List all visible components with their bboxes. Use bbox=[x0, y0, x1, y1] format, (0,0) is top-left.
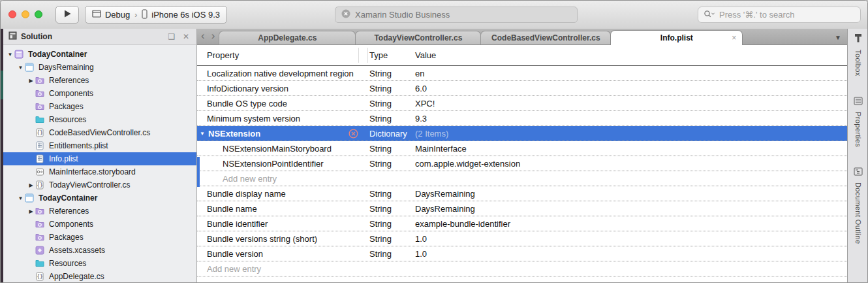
tab-appdelegate-cs[interactable]: AppDelegate.cs bbox=[219, 31, 356, 44]
plist-row-bundle-name[interactable]: Bundle nameStringDaysRemaining bbox=[197, 201, 847, 216]
plist-row-bundle-os-type-code[interactable]: Bundle OS type codeStringXPC! bbox=[197, 96, 847, 111]
value-cell: com.apple.widget-extension bbox=[415, 159, 520, 169]
tree-item-label: TodayViewController.cs bbox=[49, 180, 131, 190]
close-window-button[interactable] bbox=[8, 10, 16, 18]
expand-arrow-icon[interactable]: ▶ bbox=[27, 78, 35, 84]
window-icon bbox=[92, 10, 101, 20]
plist-add-new-entry-row[interactable]: Add new entry bbox=[197, 261, 847, 276]
tree-item-components[interactable]: Components bbox=[3, 87, 196, 100]
plist-row-bundle-versions-string-short[interactable]: Bundle versions string (short)String1.0 bbox=[197, 231, 847, 246]
minimize-window-button[interactable] bbox=[22, 10, 29, 18]
collapse-arrow-icon[interactable]: ▼ bbox=[16, 65, 25, 71]
solution-pad-title: Solution bbox=[21, 32, 52, 41]
property-cell[interactable]: Add new entry bbox=[197, 264, 261, 274]
tab-label: Info.plist bbox=[660, 33, 693, 42]
tree-item-packages[interactable]: Packages bbox=[3, 231, 196, 244]
tree-item-references[interactable]: ▶References bbox=[3, 205, 196, 218]
collapse-arrow-icon[interactable]: ▼ bbox=[16, 195, 25, 201]
tree-item-label: TodayContainer bbox=[39, 193, 97, 203]
tree-item-appdelegate-cs[interactable]: {}AppDelegate.cs bbox=[3, 270, 196, 283]
delete-entry-icon[interactable] bbox=[349, 129, 358, 139]
tree-item-components[interactable]: Components bbox=[3, 218, 196, 231]
property-cell: Bundle display name bbox=[197, 189, 286, 199]
plist-row-nsextension[interactable]: ▼NSExtensionDictionary(2 Items) bbox=[197, 126, 847, 141]
tree-item-todaycontainer[interactable]: ▼TodayContainer bbox=[3, 48, 196, 61]
tab-info-plist[interactable]: Info.plist× bbox=[610, 30, 743, 45]
next-tab-icon[interactable]: › bbox=[211, 30, 215, 41]
folder-teal-icon bbox=[35, 259, 46, 268]
run-configuration-selector[interactable]: Debug › iPhone 6s iOS 9.3 bbox=[85, 6, 227, 24]
property-cell: NSExtensionMainStoryboard bbox=[197, 144, 332, 154]
plist-row-nsextensionmainstoryboard[interactable]: NSExtensionMainStoryboardStringMainInter… bbox=[197, 141, 847, 156]
previous-tab-icon[interactable]: ‹ bbox=[201, 30, 205, 41]
type-cell: String bbox=[369, 144, 392, 154]
type-cell: String bbox=[369, 234, 392, 244]
value-cell: 6.0 bbox=[415, 84, 427, 93]
collapse-arrow-icon[interactable]: ▼ bbox=[6, 52, 14, 58]
solution-pad: Solution ❑ ✕ ▼TodayContainer▼DaysRemaini… bbox=[3, 29, 196, 283]
tree-item-daysremaining[interactable]: ▼DaysRemaining bbox=[3, 61, 196, 74]
tree-item-info-plist[interactable]: Info.plist bbox=[3, 152, 196, 165]
value-cell: MainInterface bbox=[415, 144, 467, 154]
svg-text:{}: {} bbox=[37, 274, 43, 280]
tree-item-label: CodeBasedViewController.cs bbox=[49, 128, 150, 137]
dock-tab-document-outline[interactable]: Document Outline bbox=[854, 167, 863, 244]
dock-tab-toolbox[interactable]: Toolbox bbox=[854, 33, 863, 76]
status-text: Xamarin Studio Business bbox=[355, 10, 450, 20]
dock-tab-properties[interactable]: Properties bbox=[854, 96, 863, 147]
property-cell[interactable]: Add new entry bbox=[197, 174, 277, 184]
plist-row-minimum-system-version[interactable]: Minimum system versionString9.3 bbox=[197, 111, 847, 126]
tree-item-todaycontainer[interactable]: ▼TodayContainer bbox=[3, 191, 196, 205]
tab-label: AppDelegate.cs bbox=[258, 33, 317, 42]
tree-item-todayviewcontroller-cs[interactable]: ▶{}TodayViewController.cs bbox=[3, 178, 196, 191]
editor-tabstrip: ‹ › AppDelegate.csTodayViewController.cs… bbox=[197, 29, 847, 45]
zoom-window-button[interactable] bbox=[35, 10, 42, 18]
run-config-label[interactable]: Debug bbox=[105, 10, 130, 20]
tree-item-references[interactable]: ▶References bbox=[3, 74, 196, 87]
plist-add-new-entry-row[interactable]: Add new entry bbox=[197, 171, 847, 186]
cs-file-icon: {} bbox=[35, 128, 46, 137]
search-input[interactable]: Press '⌘.' to search bbox=[698, 7, 861, 23]
xcassets-icon bbox=[35, 246, 46, 255]
plist-row-localization-native-development-region[interactable]: Localization native development regionSt… bbox=[197, 66, 847, 81]
device-name-label[interactable]: iPhone 6s iOS 9.3 bbox=[151, 10, 220, 20]
value-cell: XPC! bbox=[415, 99, 435, 108]
type-cell: String bbox=[369, 114, 392, 124]
tree-item-codebasedviewcontroller-cs[interactable]: {}CodeBasedViewController.cs bbox=[3, 126, 196, 139]
tree-item-label: References bbox=[49, 207, 89, 216]
column-header-property[interactable]: Property bbox=[207, 50, 239, 60]
column-header-type[interactable]: Type bbox=[369, 50, 388, 60]
plist-row-bundle-display-name[interactable]: Bundle display nameStringDaysRemaining bbox=[197, 186, 847, 201]
property-cell: InfoDictionary version bbox=[197, 84, 288, 93]
plist-row-bundle-version[interactable]: Bundle versionString1.0 bbox=[197, 246, 847, 261]
plist-row-nsextensionpointidentifier[interactable]: NSExtensionPointIdentifierStringcom.appl… bbox=[197, 156, 847, 171]
tree-item-entitlements-plist[interactable]: Entitlements.plist bbox=[3, 139, 196, 152]
plist-row-bundle-identifier[interactable]: Bundle identifierStringexample-bundle-id… bbox=[197, 216, 847, 231]
collapse-arrow-icon[interactable]: ▼ bbox=[200, 131, 205, 137]
column-header-value[interactable]: Value bbox=[415, 50, 436, 60]
tree-item-packages[interactable]: Packages bbox=[3, 100, 196, 113]
value-cell: 1.0 bbox=[415, 234, 427, 244]
solution-icon bbox=[14, 50, 25, 59]
expanded-group-indicator bbox=[197, 157, 200, 187]
tab-overflow-chevron-icon[interactable]: ▼ bbox=[835, 34, 841, 41]
expand-arrow-icon[interactable]: ▶ bbox=[27, 182, 35, 188]
solution-tree: ▼TodayContainer▼DaysRemaining▶References… bbox=[3, 45, 196, 283]
expand-arrow-icon[interactable]: ▶ bbox=[27, 208, 35, 214]
tab-todayviewcontroller-cs[interactable]: TodayViewController.cs bbox=[355, 31, 481, 44]
tree-item-label: Info.plist bbox=[49, 154, 78, 163]
close-pad-icon[interactable]: ✕ bbox=[181, 32, 191, 41]
tree-item-resources[interactable]: Resources bbox=[3, 113, 196, 126]
tree-item-label: DaysRemaining bbox=[39, 63, 94, 72]
plist-file-icon bbox=[35, 141, 46, 150]
tab-codebasedviewcontroller-cs[interactable]: CodeBasedViewController.cs bbox=[480, 31, 611, 44]
tree-item-maininterface-storyboard[interactable]: MainInterface.storyboard bbox=[3, 165, 196, 178]
tab-close-icon[interactable]: × bbox=[732, 33, 736, 42]
tree-item-assets-xcassets[interactable]: Assets.xcassets bbox=[3, 244, 196, 257]
tree-item-resources[interactable]: Resources bbox=[3, 257, 196, 270]
tree-item-label: AppDelegate.cs bbox=[49, 272, 104, 281]
dock-pad-icon[interactable]: ❑ bbox=[166, 32, 177, 41]
plist-row-infodictionary-version[interactable]: InfoDictionary versionString6.0 bbox=[197, 81, 847, 96]
tab-label: TodayViewController.cs bbox=[374, 33, 462, 42]
run-button[interactable] bbox=[55, 6, 79, 24]
